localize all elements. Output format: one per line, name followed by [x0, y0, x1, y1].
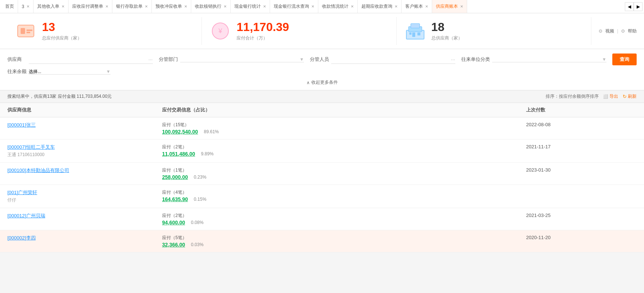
nav-tab-prepay-close[interactable]: ✕ — [184, 4, 187, 8]
sort-label[interactable]: 排序：按应付余额倒序排序 — [546, 93, 599, 100]
nav-next-button[interactable]: ▶ — [634, 2, 643, 11]
balance-select[interactable]: 选择... — [29, 69, 105, 74]
person-filter: 分管人员 ··· — [310, 55, 455, 64]
supplier-input-dots[interactable]: ··· — [148, 56, 153, 62]
nav-tab-custbook-close[interactable]: ✕ — [425, 4, 428, 8]
balance-dropdown-icon: ▼ — [106, 69, 111, 74]
nav-tab-cashflow[interactable]: 现金银行流水查询 ✕ — [270, 0, 318, 13]
nav-tab-suppbook-close[interactable]: ✕ — [460, 4, 463, 8]
balance-select-wrap: 选择... ▼ — [29, 69, 111, 75]
last-pay-2: 2023-01-30 — [526, 167, 637, 173]
balance-filter: 往来余额 选择... ▼ — [7, 68, 111, 75]
nav-tab-verify-close[interactable]: ✕ — [224, 4, 227, 8]
nav-tab-custbook[interactable]: 客户账本 ✕ — [402, 0, 432, 13]
nav-tab-income-close[interactable]: ✕ — [62, 4, 64, 8]
nav-tab-cashstat-close[interactable]: ✕ — [263, 4, 266, 8]
table-body: [000001]张三 应付（15笔） 100,092,540.00 89.61%… — [0, 117, 644, 252]
nav-tab-recvstat[interactable]: 收款情况统计 ✕ — [318, 0, 358, 13]
nav-tab-income[interactable]: 其他收入单 ✕ — [34, 0, 69, 13]
nav-tab-overdue-close[interactable]: ✕ — [395, 4, 398, 8]
txn-row-4: 94,600.00 0.08% — [162, 220, 526, 225]
txn-row-3: 164,635.90 0.15% — [162, 196, 526, 202]
txn-amount-0[interactable]: 100,092,540.00 — [162, 129, 198, 135]
nav-tab-3[interactable]: 3 ✕ — [18, 0, 34, 13]
collapse-up-icon: ∧ — [307, 80, 310, 85]
txn-pct-4: 0.08% — [191, 220, 203, 225]
summary-card3-text: 18 总供应商（家） — [431, 21, 462, 41]
nav-tab-adjust[interactable]: 应收应付调整单 ✕ — [69, 0, 112, 13]
nav-tab-adjust-close[interactable]: ✕ — [105, 4, 108, 8]
category-filter: 往来单位分类 ▼ — [461, 56, 607, 63]
supplier-input[interactable] — [29, 55, 148, 63]
supplier-contact-1: 王通 17106110000 — [7, 152, 162, 158]
category-select[interactable] — [492, 57, 601, 62]
nav-tab-bank-label: 银行存取款单 — [116, 3, 143, 10]
txn-row-1: 11,051,486.00 9.89% — [162, 151, 526, 157]
nav-tab-suppbook-label: 供应商账本 — [436, 3, 458, 10]
nav-tab-suppbook[interactable]: 供应商账本 ✕ — [432, 0, 467, 13]
txn-label-4: 应付（2笔） — [162, 213, 526, 219]
supplier-info-0: [000001]张三 — [7, 122, 162, 128]
txn-info-1: 应付（2笔） 11,051,486.00 9.89% — [162, 144, 526, 157]
nav-tab-cashstat[interactable]: 现金银行统计 ✕ — [231, 0, 270, 13]
nav-tab-prepay[interactable]: 预收冲应收单 ✕ — [152, 0, 191, 13]
person-input[interactable] — [331, 55, 451, 63]
help-link[interactable]: 帮助 — [628, 28, 637, 34]
dept-dropdown-icon: ▼ — [300, 57, 304, 62]
nav-tab-cashstat-label: 现金银行统计 — [234, 3, 261, 10]
supplier-link-0[interactable]: [000001]张三 — [7, 122, 162, 128]
nav-tab-3-close[interactable]: ✕ — [27, 4, 29, 8]
refresh-button[interactable]: 刷新 — [623, 93, 637, 100]
svg-text:¥: ¥ — [218, 27, 223, 35]
txn-amount-1[interactable]: 11,051,486.00 — [162, 151, 195, 157]
txn-amount-5[interactable]: 32,366.00 — [162, 242, 185, 248]
nav-tab-3-label: 3 — [22, 4, 24, 9]
query-button[interactable]: 查询 — [612, 54, 637, 65]
category-dropdown-icon: ▼ — [602, 57, 606, 62]
nav-tab-bank[interactable]: 银行存取款单 ✕ — [112, 0, 152, 13]
video-link[interactable]: 视频 — [605, 28, 614, 34]
col-header-last-pay: 上次付数 — [526, 107, 637, 113]
txn-row-5: 32,366.00 0.03% — [162, 242, 526, 248]
person-input-dots[interactable]: ··· — [451, 56, 455, 62]
nav-tab-home[interactable]: 首页 — [1, 0, 18, 13]
svg-rect-3 — [27, 32, 30, 33]
dept-select[interactable] — [180, 57, 298, 62]
top-right-links: ⊙ 视频 | ⊙ 帮助 — [591, 17, 637, 45]
supplier-info-2: [000100]本特勤油品有限公司 — [7, 167, 162, 174]
last-pay-4: 2021-03-25 — [526, 213, 637, 218]
supplier-link-1[interactable]: [000007]恒旺二手叉车 — [7, 144, 162, 151]
txn-amount-2[interactable]: 258,000.00 — [162, 174, 188, 180]
filter-row-2: 往来余额 选择... ▼ — [7, 68, 637, 75]
nav-prev-button[interactable]: ◀ — [625, 2, 634, 11]
txn-amount-4[interactable]: 94,600.00 — [162, 220, 185, 225]
supplier-link-2[interactable]: [000100]本特勤油品有限公司 — [7, 167, 162, 174]
summary-bar: 13 总应付供应商（家） ¥ 11,170.39 应付合计（万） — [0, 13, 644, 49]
txn-info-2: 应付（1笔） 258,000.00 0.23% — [162, 167, 526, 180]
txn-pct-5: 0.03% — [191, 242, 203, 247]
txn-label-3: 应付（4笔） — [162, 189, 526, 196]
nav-tab-adjust-label: 应收应付调整单 — [72, 3, 103, 10]
supplier-info-5: [000002]李四 — [7, 235, 162, 241]
supplier-link-4[interactable]: [000012]广州贝瑞 — [7, 213, 162, 219]
category-filter-label: 往来单位分类 — [461, 56, 490, 63]
supplier-info-4: [000012]广州贝瑞 — [7, 213, 162, 219]
nav-tab-verify-label: 收款核销执行 — [195, 3, 221, 10]
payable-suppliers-count: 13 — [42, 21, 82, 34]
supplier-link-5[interactable]: [000002]李四 — [7, 235, 162, 241]
export-button[interactable]: 导出 — [603, 93, 618, 100]
txn-label-2: 应付（1笔） — [162, 167, 526, 173]
nav-tab-cashflow-close[interactable]: ✕ — [311, 4, 314, 8]
txn-amount-3[interactable]: 164,635.90 — [162, 196, 188, 202]
collapse-label: 收起更多条件 — [311, 79, 338, 86]
payable-suppliers-label: 总应付供应商（家） — [42, 35, 82, 41]
supplier-link-3[interactable]: [001]广州荣轩 — [7, 189, 162, 196]
nav-tab-bank-close[interactable]: ✕ — [145, 4, 148, 8]
txn-row-0: 100,092,540.00 89.61% — [162, 129, 526, 135]
nav-tab-overdue[interactable]: 超期应收款查询 ✕ — [358, 0, 402, 13]
nav-tab-verify[interactable]: 收款核销执行 ✕ — [191, 0, 231, 13]
table-row: [000012]广州贝瑞 应付（2笔） 94,600.00 0.08% 2021… — [0, 208, 644, 230]
collapse-button[interactable]: ∧ 收起更多条件 — [307, 78, 338, 87]
nav-tab-recvstat-close[interactable]: ✕ — [351, 4, 354, 8]
txn-info-4: 应付（2笔） 94,600.00 0.08% — [162, 213, 526, 225]
